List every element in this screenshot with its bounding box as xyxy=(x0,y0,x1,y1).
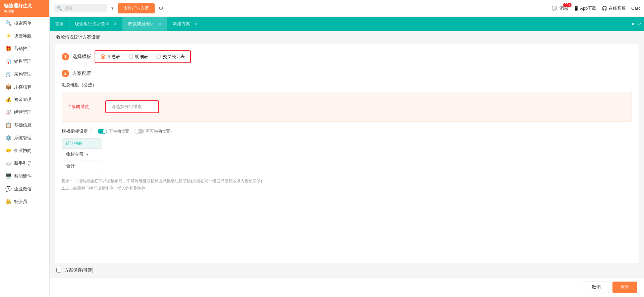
tip-1: 提示： 1.拖动标题栏可以调整布局，不可跨维度或指标区域拖动栏目字段(只能在同一… xyxy=(62,178,632,185)
sidebar: 畅捷通好生意 标准版 🔍 搜索菜单 ⚡ 快捷导航 🎁 营销推广 📊 销售管理 🛒… xyxy=(0,0,50,297)
crown-icon: 👑 xyxy=(5,199,11,205)
support-link[interactable]: 🎧 在线客服 xyxy=(602,5,626,11)
sidebar-item-finance[interactable]: 💰 资金管理 xyxy=(0,93,49,106)
industry-btn[interactable]: 体验行业方案 xyxy=(118,3,155,13)
trend-icon: 📈 xyxy=(5,109,11,115)
indicators-section: 模板指标设定（ 可拖动位置 不可拖动位置） 统计指标 收 xyxy=(62,128,632,172)
search-placeholder: 搜索 xyxy=(64,5,72,11)
radio-summary-label: 汇总表 xyxy=(107,54,120,60)
save-plan-checkbox[interactable] xyxy=(56,268,61,273)
lightning-icon: ⚡ xyxy=(5,33,11,39)
sidebar-item-label: 企业微信 xyxy=(14,186,32,192)
sidebar-item-system[interactable]: ⚙️ 系统管理 xyxy=(0,132,49,144)
search-icon: 🔍 xyxy=(5,20,11,26)
stat-header: 统计指标 xyxy=(62,139,102,149)
radio-summary[interactable]: 汇总表 xyxy=(101,54,120,60)
indicators-header: 模板指标设定（ 可拖动位置 不可拖动位置） xyxy=(62,128,632,134)
radio-summary-circle xyxy=(101,54,105,59)
user-name[interactable]: CaR xyxy=(631,6,640,11)
message-badge[interactable]: 💬 99+ 消息 xyxy=(552,5,568,11)
content-area: 收款情况统计方案设置 1 选择模板 汇总表 xyxy=(50,31,644,277)
radio-detail[interactable]: 明细表 xyxy=(128,54,148,60)
dropdown-arrow[interactable]: ▾ xyxy=(111,6,114,11)
chart-icon: 📊 xyxy=(5,58,11,64)
radio-cross-label: 交叉统计表 xyxy=(163,54,185,60)
tab-bank-flow[interactable]: 现金银行流水查询 ✕ xyxy=(69,17,123,31)
draggable-icon[interactable] xyxy=(98,129,107,134)
sidebar-item-label: 库存核算 xyxy=(14,84,32,90)
sidebar-item-inventory[interactable]: 📦 库存核算 xyxy=(0,81,49,93)
sidebar-item-search[interactable]: 🔍 搜索菜单 xyxy=(0,17,49,30)
gear-icon: ⚙️ xyxy=(5,135,11,141)
sidebar-item-label: 系统管理 xyxy=(14,135,32,141)
radio-detail-label: 明细表 xyxy=(135,54,148,60)
tab-collection-stat[interactable]: 收款情况统计 ✕ xyxy=(123,17,167,31)
message-icon: 💬 xyxy=(552,6,557,11)
headset-icon: 🎧 xyxy=(602,6,607,11)
app-name: 畅捷通好生意 xyxy=(4,3,32,9)
radio-options: 汇总表 明细表 交叉统计表 xyxy=(101,54,185,60)
vertical-dimension-label: * 纵向维度 xyxy=(69,104,89,110)
tab-collection-stat-close[interactable]: ✕ xyxy=(158,21,162,26)
step1-title: 选择模板 xyxy=(72,54,91,60)
sidebar-item-operation[interactable]: 📈 经营管理 xyxy=(0,106,49,119)
sidebar-item-label: 资金管理 xyxy=(14,97,32,103)
step1-number: 1 xyxy=(62,53,69,60)
draggable-toggle: 可拖动位置 xyxy=(98,129,129,134)
close-window-icon[interactable]: ✕ xyxy=(631,21,635,27)
dimension-area: * 纵向维度 → 请选择分组维度 xyxy=(62,92,632,121)
tips-section: 提示： 1.拖动标题栏可以调整布局，不可跨维度或指标区域拖动栏目字段(只能在同一… xyxy=(62,178,632,192)
radio-detail-circle xyxy=(128,54,133,59)
tab-bank-flow-close[interactable]: ✕ xyxy=(114,21,117,26)
tab-new-plan-close[interactable]: ✕ xyxy=(194,21,198,26)
content-body: 1 选择模板 汇总表 明细表 xyxy=(55,44,639,263)
book-icon: 📖 xyxy=(5,160,11,166)
sidebar-item-member[interactable]: 👑 畅会员 xyxy=(0,195,49,208)
sidebar-item-label: 智能硬件 xyxy=(14,173,32,179)
sidebar-item-hardware[interactable]: 🖥️ 智能硬件 xyxy=(0,170,49,183)
sidebar-item-quick-nav[interactable]: ⚡ 快捷导航 xyxy=(0,30,49,42)
expand-icon[interactable]: ⤢ xyxy=(638,21,641,27)
topbar: 🔍 搜索 ▾ 体验行业方案 ⚙ 💬 99+ 消息 📱 App下载 🎧 在线客服 … xyxy=(50,0,644,17)
search-box[interactable]: 🔍 搜索 xyxy=(54,4,107,12)
sidebar-item-basic[interactable]: 📋 基础信息 xyxy=(0,119,49,132)
sidebar-item-wechat[interactable]: 💬 企业微信 xyxy=(0,183,49,195)
support-label: 在线客服 xyxy=(608,6,626,11)
content-footer: 方案保存(可选) xyxy=(50,263,644,277)
tab-new-plan[interactable]: 新建方案 ✕ xyxy=(167,17,203,31)
sidebar-item-marketing[interactable]: 🎁 营销推广 xyxy=(0,42,49,55)
query-button[interactable]: 查询 xyxy=(612,282,637,293)
not-draggable-label: 不可拖动位置） xyxy=(146,129,174,134)
box-icon: 📦 xyxy=(5,84,11,90)
step2-header: 2 方案配置 xyxy=(62,70,632,77)
cart-icon: 🛒 xyxy=(5,71,11,77)
sidebar-item-purchase[interactable]: 🛒 采购管理 xyxy=(0,68,49,81)
sidebar-item-collab[interactable]: 🤝 企业协同 xyxy=(0,144,49,157)
tab-home-label: 首页 xyxy=(55,21,64,27)
settings-icon[interactable]: ⚙ xyxy=(159,5,163,11)
stat-amount-dropdown[interactable]: ▾ xyxy=(86,152,88,157)
cancel-button[interactable]: 取消 xyxy=(584,282,609,293)
step2-section: 2 方案配置 汇总维度（必选） * 纵向维度 → 请选择分组维度 xyxy=(62,70,632,192)
stat-total: 合计 xyxy=(62,160,102,172)
sidebar-item-label: 营销推广 xyxy=(14,46,32,52)
dimension-row: * 纵向维度 → 请选择分组维度 xyxy=(69,100,625,113)
sidebar-item-label: 新手引导 xyxy=(14,160,32,166)
not-draggable-icon[interactable] xyxy=(135,129,144,134)
sidebar-item-guide[interactable]: 📖 新手引导 xyxy=(0,157,49,170)
radio-cross[interactable]: 交叉统计表 xyxy=(156,54,185,60)
stat-amount-label: 收款金额 xyxy=(66,151,84,157)
gift-icon: 🎁 xyxy=(5,46,11,52)
step1-section: 1 选择模板 汇总表 明细表 xyxy=(62,50,632,63)
sidebar-item-label: 基础信息 xyxy=(14,122,32,128)
download-link[interactable]: 📱 App下载 xyxy=(574,5,596,11)
sidebar-item-label: 快捷导航 xyxy=(14,33,32,39)
template-radio-group: 汇总表 明细表 交叉统计表 xyxy=(95,50,191,63)
tab-home[interactable]: 首页 xyxy=(50,17,69,31)
arrow-icon: → xyxy=(95,104,100,110)
dimension-input[interactable]: 请选择分组维度 xyxy=(105,100,159,113)
handshake-icon: 🤝 xyxy=(5,148,11,154)
sidebar-item-label: 经营管理 xyxy=(14,109,32,115)
tabbar: 首页 现金银行流水查询 ✕ 收款情况统计 ✕ 新建方案 ✕ ✕ ⤢ xyxy=(50,17,644,31)
sidebar-item-sales[interactable]: 📊 销售管理 xyxy=(0,55,49,68)
